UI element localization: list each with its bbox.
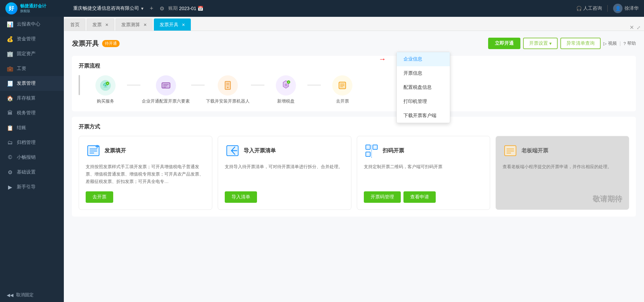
method-card-manual: 发票填开 支持按照发票样式手工填开发票；可开具增值税电子普通发票、增值税普通发票… bbox=[79, 136, 212, 210]
flow-section: 开票流程 bbox=[72, 56, 636, 111]
period-info: 账期 2023-01 📅 bbox=[168, 5, 203, 11]
sidebar-item-shuiwu[interactable]: 🏛 税务管理 bbox=[0, 106, 64, 120]
fapiao-icon: 🧾 bbox=[7, 80, 13, 87]
tab-fapiao[interactable]: 发票 ✕ bbox=[87, 18, 114, 31]
svg-point-15 bbox=[227, 87, 228, 88]
company-selector[interactable]: 重庆畅捷交通信息咨询有限公司 bbox=[73, 5, 143, 11]
video-icon: ▷ bbox=[603, 41, 607, 46]
help-button[interactable]: ? 帮助 bbox=[624, 40, 636, 46]
tab-cesuan-close[interactable]: ✕ bbox=[143, 23, 147, 27]
page-title-area: 发票开具 待开通 bbox=[72, 39, 120, 48]
tab-home[interactable]: 首页 bbox=[65, 18, 85, 31]
sidebar-item-jichu[interactable]: ⚙ 基础设置 bbox=[0, 165, 64, 180]
logo-subtitle: 旗舰版 bbox=[20, 9, 46, 13]
step1-svg: + bbox=[99, 79, 112, 91]
method-import-header: 导入开票清单 bbox=[225, 143, 344, 158]
svg-text:+: + bbox=[288, 81, 290, 84]
method-boss-title: 老板端开票 bbox=[521, 147, 548, 154]
step2-label: 企业开通配置开票六要素 bbox=[142, 98, 190, 104]
dropdown-download-client[interactable]: 下载开票客户端 bbox=[397, 109, 450, 123]
sidebar-item-guidang[interactable]: 🗂 归档管理 bbox=[0, 135, 64, 150]
tab-fapiao-label: 发票 bbox=[92, 22, 102, 28]
step-arrow-4 bbox=[307, 85, 321, 85]
user-name: 徐泽华 bbox=[625, 5, 639, 11]
dropdown-invoice-info[interactable]: 开票信息 bbox=[397, 66, 450, 80]
step-arrow-2 bbox=[191, 85, 205, 85]
fullscreen-button[interactable]: ⤢ bbox=[637, 25, 641, 30]
step4-label: 新增税盘 bbox=[277, 98, 295, 104]
header-actions: 立即开通 开票设置 ▾ → 企业信息 bbox=[488, 38, 636, 49]
divider bbox=[607, 5, 608, 12]
method-boss-icon bbox=[503, 143, 518, 158]
pin-icon: ◀◀ bbox=[7, 293, 13, 298]
tab-fapiao-close[interactable]: ✕ bbox=[105, 23, 109, 27]
step3-icon-wrap bbox=[218, 75, 238, 96]
sidebar: 📊 云报表中心 💰 资金管理 🏢 固定资产 💼 工资 🧾 发票管理 bbox=[0, 17, 64, 302]
dropdown-tax-disk[interactable]: 配置税盘信息 bbox=[397, 80, 450, 95]
settings-label: 开票设置 bbox=[529, 40, 548, 46]
sidebar-item-xiaochang[interactable]: © 小畅报销 bbox=[0, 150, 64, 165]
top-bar: 好 畅捷通好会计 旗舰版 重庆畅捷交通信息咨询有限公司 + ⚙ 账期 2023-… bbox=[0, 0, 644, 17]
dropdown-company-info[interactable]: 企业信息 bbox=[397, 52, 450, 66]
sidebar-item-yunbao[interactable]: 📊 云报表中心 bbox=[0, 17, 64, 32]
sidebar-scroll: 📊 云报表中心 💰 资金管理 🏢 固定资产 💼 工资 🧾 发票管理 bbox=[0, 17, 64, 289]
video-button[interactable]: ▷ 视频 bbox=[603, 40, 617, 46]
add-tab-button[interactable]: + bbox=[147, 4, 156, 12]
flow-section-title: 开票流程 bbox=[79, 63, 629, 70]
headphone-icon: 🎧 bbox=[576, 6, 582, 11]
tab-close-area: ✕ ⤢ bbox=[630, 24, 644, 31]
step-arrow-1 bbox=[127, 85, 140, 85]
tab-kaifu-close[interactable]: ✕ bbox=[182, 23, 185, 27]
flow-step-1: + 购买服务 bbox=[85, 75, 126, 104]
sidebar-label-gongzi: 工资 bbox=[17, 66, 26, 72]
sidebar-item-kucun[interactable]: 🏠 库存核算 bbox=[0, 91, 64, 106]
sidebar-cancel-pin[interactable]: ◀◀ 取消固定 bbox=[0, 289, 64, 302]
query-button[interactable]: 异常清单查询 bbox=[560, 38, 601, 49]
sidebar-item-fapiao[interactable]: 🧾 发票管理 bbox=[0, 76, 64, 91]
svg-point-1 bbox=[104, 84, 106, 86]
tab-home-label: 首页 bbox=[70, 22, 80, 28]
scan-view-button[interactable]: 查看申请 bbox=[403, 191, 436, 203]
activate-button[interactable]: 立即开通 bbox=[488, 38, 520, 49]
invoice-info-label: 开票信息 bbox=[403, 70, 422, 76]
method-import-icon bbox=[225, 143, 240, 158]
step5-label: 去开票 bbox=[336, 98, 349, 104]
xinshou-icon: ▶ bbox=[7, 184, 13, 190]
method-section-title: 开票方式 bbox=[79, 123, 629, 130]
svg-text:税: 税 bbox=[284, 83, 288, 87]
svg-rect-39 bbox=[367, 146, 370, 149]
sidebar-item-xinshou[interactable]: ▶ 新手引导 bbox=[0, 180, 64, 194]
tab-fapiaocesuan[interactable]: 发票测算 ✕ bbox=[116, 18, 153, 31]
step1-label: 购买服务 bbox=[97, 98, 114, 104]
scan-manage-button[interactable]: 开票码管理 bbox=[364, 191, 401, 203]
calendar-icon[interactable]: 📅 bbox=[198, 6, 203, 11]
tab-fapiaokaifu[interactable]: 发票开具 ✕ bbox=[154, 18, 191, 31]
method-import-title: 导入开票清单 bbox=[244, 147, 276, 154]
sidebar-label-zijin: 资金管理 bbox=[17, 36, 36, 42]
sidebar-item-zijin[interactable]: 💰 资金管理 bbox=[0, 32, 64, 46]
settings-button[interactable]: 开票设置 ▾ bbox=[523, 38, 558, 49]
sidebar-item-gudingzichan[interactable]: 🏢 固定资产 bbox=[0, 46, 64, 61]
chevron-down-icon: ▾ bbox=[549, 41, 552, 46]
sidebar-label-fapiao: 发票管理 bbox=[17, 80, 36, 86]
step-arrow-3 bbox=[251, 85, 264, 85]
method-manual-button[interactable]: 去开票 bbox=[86, 191, 113, 203]
method-card-boss: 老板端开票 查看老板端小程序提交的开票申请，并作出相应的处理。 敬请期待 bbox=[496, 136, 629, 210]
settings-icon[interactable]: ⚙ bbox=[160, 5, 164, 12]
flow-step-3: 下载并安装开票机器人 bbox=[206, 75, 250, 104]
consultation-button[interactable]: 🎧 人工咨询 bbox=[576, 5, 602, 11]
sidebar-item-gongzi[interactable]: 💼 工资 bbox=[0, 61, 64, 76]
svg-rect-41 bbox=[374, 146, 377, 149]
dropdown-printer[interactable]: 打印机管理 bbox=[397, 95, 450, 109]
jichu-icon: ⚙ bbox=[7, 169, 13, 176]
sidebar-item-jiezhang[interactable]: 📋 结账 bbox=[0, 120, 64, 135]
page-header: 发票开具 待开通 立即开通 开票设置 ▾ → bbox=[72, 38, 636, 49]
method-import-button[interactable]: 导入清单 bbox=[225, 191, 257, 203]
method-scan-icon bbox=[364, 143, 379, 158]
flow-step-2: 企业开通配置开票六要素 bbox=[142, 75, 190, 104]
close-all-button[interactable]: ✕ bbox=[630, 24, 634, 31]
step2-svg bbox=[160, 79, 172, 91]
overlay-text: 敬请期待 bbox=[593, 194, 622, 204]
user-area[interactable]: 👤 徐泽华 bbox=[613, 4, 639, 13]
svg-text:+: + bbox=[107, 82, 109, 85]
